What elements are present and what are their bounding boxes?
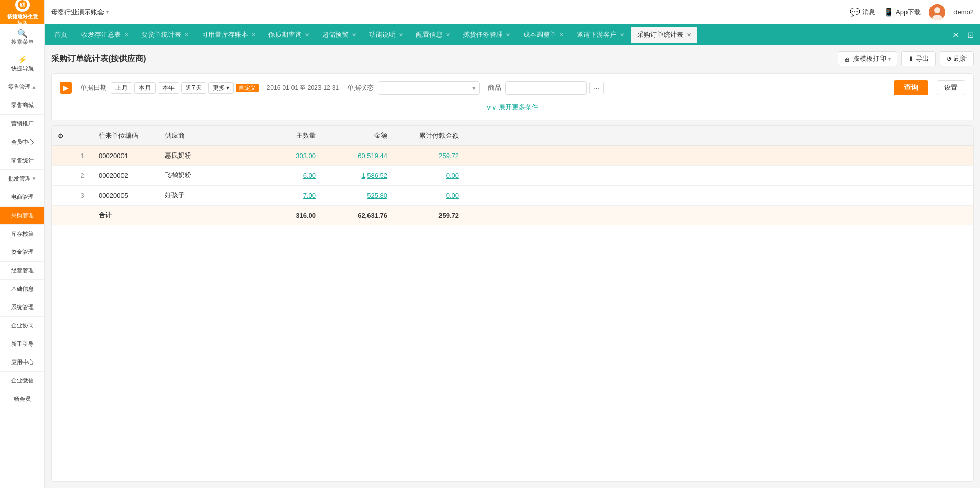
- sidebar-item-app-center[interactable]: 应用中心: [0, 353, 44, 372]
- user-name: demo2: [953, 8, 974, 16]
- sidebar-item-inventory-check[interactable]: 库存核算: [0, 225, 44, 243]
- tab-cost-adjust[interactable]: 成本调整单 ✕: [517, 27, 570, 43]
- th-supplier: 供应商: [159, 126, 261, 146]
- row-seq: 1: [72, 146, 92, 166]
- close-tab-icon[interactable]: ✕: [305, 32, 309, 38]
- footer-amount: 62,631.76: [322, 206, 394, 225]
- sidebar-item-vip-member[interactable]: 畅会员: [0, 390, 44, 408]
- account-selector[interactable]: 母婴行业演示账套 ▾: [51, 8, 109, 17]
- sidebar-item-basic-info[interactable]: 基础信息: [0, 280, 44, 298]
- table-footer-row: 合计 316.00 62,631.76 259.72: [52, 206, 973, 225]
- page-content: 采购订单统计表(按供应商) 🖨 按模板打印 ▾ ⬇ 导出 ↺ 刷新: [45, 45, 980, 488]
- sidebar-item-wholesale-mgmt[interactable]: 批发管理 ▼: [0, 170, 44, 188]
- page-header-actions: 🖨 按模板打印 ▾ ⬇ 导出 ↺ 刷新: [838, 51, 974, 66]
- close-tab-icon[interactable]: ✕: [124, 32, 129, 38]
- row-amount[interactable]: 1,586.52: [322, 166, 394, 186]
- table-header-row: ⚙ 往来单位编码 供应商 主数量 金额: [52, 126, 973, 146]
- sidebar-item-enterprise-collab[interactable]: 企业协同: [0, 317, 44, 335]
- sidebar-item-search[interactable]: 🔍 搜索菜单: [0, 24, 44, 50]
- expand-tabs-btn[interactable]: ⊡: [965, 29, 976, 41]
- setting-button[interactable]: 设置: [937, 80, 965, 95]
- row-paid[interactable]: 0.00: [394, 166, 465, 186]
- row-amount[interactable]: 525.80: [322, 186, 394, 206]
- row-qty[interactable]: 7.00: [261, 186, 322, 206]
- goods-input[interactable]: [505, 81, 587, 95]
- shortcut-this-month[interactable]: 本月: [134, 82, 156, 94]
- shortcut-more[interactable]: 更多▾: [208, 82, 234, 94]
- close-tab-icon[interactable]: ✕: [399, 32, 403, 38]
- sidebar-item-finance-mgmt[interactable]: 资金管理: [0, 243, 44, 262]
- row-qty[interactable]: 6.00: [261, 166, 322, 186]
- app-logo: 财 畅捷通好生意 标版: [0, 0, 44, 24]
- close-tab-icon[interactable]: ✕: [446, 32, 450, 38]
- sidebar-item-system-mgmt[interactable]: 系统管理: [0, 298, 44, 317]
- tab-config-info[interactable]: 配置信息 ✕: [410, 27, 456, 43]
- sidebar-item-retail-mall[interactable]: 零售商城: [0, 96, 44, 115]
- expand-more-label: 展开更多条件: [499, 102, 538, 112]
- filter-date-group: 单据日期 上月 本月 本年 近7天 更多▾ 自定义: [80, 82, 259, 94]
- row-code: 00020002: [92, 166, 159, 186]
- sidebar-item-new-guide[interactable]: 新手引导: [0, 335, 44, 353]
- th-settings[interactable]: ⚙: [52, 126, 72, 146]
- tab-pick-task[interactable]: 拣货任务管理 ✕: [457, 27, 517, 43]
- close-tab-icon[interactable]: ✕: [620, 32, 624, 38]
- data-table-container: ⚙ 往来单位编码 供应商 主数量 金额: [51, 125, 974, 482]
- data-table: ⚙ 往来单位编码 供应商 主数量 金额: [52, 126, 973, 225]
- sidebar-item-quick-nav[interactable]: ⚡ 快捷导航: [0, 50, 44, 78]
- sidebar-item-member-center[interactable]: 会员中心: [0, 133, 44, 151]
- sidebar-item-retail-stats[interactable]: 零售统计: [0, 151, 44, 170]
- th-qty: 主数量: [261, 126, 322, 146]
- tab-receive-summary[interactable]: 收发存汇总表 ✕: [75, 27, 135, 43]
- row-settings-cell: [52, 186, 72, 206]
- th-seq: [72, 126, 92, 146]
- refresh-icon: ↺: [946, 55, 952, 63]
- row-code: 00020001: [92, 146, 159, 166]
- status-select[interactable]: [378, 81, 480, 95]
- refresh-button[interactable]: ↺ 刷新: [940, 51, 974, 66]
- row-qty[interactable]: 303.00: [261, 146, 322, 166]
- close-tab-icon[interactable]: ✕: [251, 32, 256, 38]
- sidebar-item-purchase-mgmt[interactable]: 采购管理: [0, 207, 44, 225]
- close-tab-icon[interactable]: ✕: [559, 32, 564, 38]
- close-tab-icon[interactable]: ✕: [687, 32, 691, 38]
- sidebar-item-retail-mgmt[interactable]: 零售管理 ▲: [0, 78, 44, 96]
- shortcut-7days[interactable]: 近7天: [181, 82, 206, 94]
- sidebar-item-ecommerce-mgmt[interactable]: 电商管理: [0, 188, 44, 207]
- tab-overstock-warning[interactable]: 超储预警 ✕: [316, 27, 362, 43]
- tab-available-stock[interactable]: 可用量库存账本 ✕: [195, 27, 262, 43]
- app-download-icon: 📱: [884, 7, 894, 17]
- status-select-wrapper: [378, 81, 480, 95]
- app-download-btn[interactable]: 📱 App下载: [884, 7, 921, 17]
- sidebar-item-ops-mgmt[interactable]: 经营管理: [0, 262, 44, 280]
- message-btn[interactable]: 💬 消息: [850, 7, 875, 17]
- print-button[interactable]: 🖨 按模板打印 ▾: [838, 51, 897, 66]
- tab-order-summary[interactable]: 要货单统计表 ✕: [135, 27, 195, 43]
- row-paid[interactable]: 259.72: [394, 146, 465, 166]
- tab-home[interactable]: 首页: [47, 27, 75, 43]
- close-tab-icon[interactable]: ✕: [506, 32, 510, 38]
- chevron-down-icon: ▾: [226, 84, 229, 91]
- shortcut-last-month[interactable]: 上月: [111, 82, 132, 94]
- export-button[interactable]: ⬇ 导出: [901, 51, 936, 66]
- row-amount[interactable]: 60,519.44: [322, 146, 394, 166]
- column-settings-icon[interactable]: ⚙: [58, 132, 64, 140]
- shortcut-this-year[interactable]: 本年: [158, 82, 179, 94]
- expand-more-btn[interactable]: ∨∨ 展开更多条件: [60, 100, 965, 114]
- close-all-tabs-btn[interactable]: ✕: [950, 29, 961, 41]
- tab-invite-downstream[interactable]: 邀请下游客户 ✕: [571, 27, 630, 43]
- nav-tabs: 首页 收发存汇总表 ✕ 要货单统计表 ✕ 可用量库存账本 ✕ 保质期查询 ✕ 超…: [45, 24, 980, 45]
- tab-purchase-order-summary[interactable]: 采购订单统计表 ✕: [631, 27, 697, 43]
- user-avatar[interactable]: [929, 4, 945, 20]
- tab-warranty-query[interactable]: 保质期查询 ✕: [262, 27, 315, 43]
- top-bar-actions: 💬 消息 📱 App下载 demo2: [850, 4, 974, 20]
- close-tab-icon[interactable]: ✕: [184, 32, 189, 38]
- close-tab-icon[interactable]: ✕: [352, 32, 356, 38]
- row-paid[interactable]: 0.00: [394, 186, 465, 206]
- query-button[interactable]: 查询: [894, 80, 928, 95]
- filter-toggle-btn[interactable]: ▶: [60, 82, 72, 94]
- sidebar-item-enterprise-wechat[interactable]: 企业微信: [0, 372, 44, 390]
- nav-tabs-end: ✕ ⊡: [950, 29, 978, 41]
- sidebar-item-marketing[interactable]: 营销推广: [0, 115, 44, 133]
- goods-more-btn[interactable]: ···: [589, 82, 604, 94]
- tab-function-desc[interactable]: 功能说明 ✕: [363, 27, 409, 43]
